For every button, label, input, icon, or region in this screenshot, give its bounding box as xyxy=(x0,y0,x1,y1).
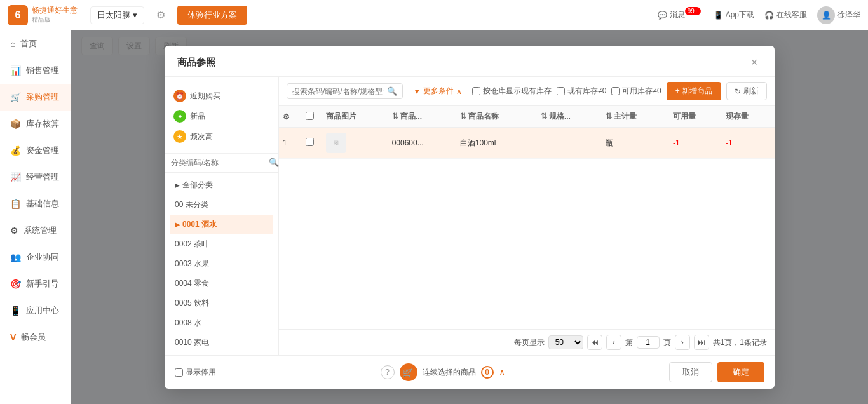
warehouse-filter[interactable]: 按仓库显示现有库存 xyxy=(472,86,552,97)
page-number-input[interactable] xyxy=(637,336,660,349)
cat-item-unclassified[interactable]: 00 未分类 xyxy=(170,195,273,215)
sidebar-item-home[interactable]: ⌂ 首页 xyxy=(0,30,71,57)
quick-filter-new[interactable]: ✦ 新品 xyxy=(171,106,272,126)
show-disabled-checkbox[interactable] xyxy=(175,368,183,377)
cat-item-appliance[interactable]: 0010 家电 xyxy=(170,333,273,349)
available-checkbox[interactable] xyxy=(557,87,565,95)
sort-icon: ⇅ xyxy=(460,112,466,121)
left-sidebar: ⌂ 首页 📊 销售管理 🛒 采购管理 📦 库存核算 💰 资金管理 📈 经营管理 … xyxy=(0,30,71,404)
online-service-btn[interactable]: 🎧 在线客服 xyxy=(764,10,807,20)
guide-icon: 🎯 xyxy=(10,279,21,289)
usable-checkbox[interactable] xyxy=(611,87,620,95)
sidebar-item-finance[interactable]: 💰 资金管理 xyxy=(0,137,71,164)
content-area: 查询 设置 刷新 商品参照 × xyxy=(71,30,868,404)
chevron-down-icon: ▾ xyxy=(133,10,137,20)
sidebar-item-enterprise[interactable]: 👥 企业协同 xyxy=(0,244,71,271)
quick-filter-recent[interactable]: ⏰ 近期购买 xyxy=(171,86,272,106)
warehouse-checkbox[interactable] xyxy=(472,87,480,95)
per-page-label: 每页显示 xyxy=(514,337,545,348)
settings-icon[interactable]: ⚙ xyxy=(283,112,290,121)
usable-filter[interactable]: 可用库存≠0 xyxy=(611,86,661,97)
refresh-btn[interactable]: ↻ 刷新 xyxy=(726,82,767,100)
sidebar-item-system[interactable]: ⚙ 系统管理 xyxy=(0,217,71,244)
quick-filter-freq[interactable]: ★ 频次高 xyxy=(171,126,272,147)
cell-image: 图 xyxy=(322,128,388,159)
cat-item-snack[interactable]: 0004 零食 xyxy=(170,274,273,293)
table-row[interactable]: 1 图 xyxy=(279,128,775,159)
cat-item-fruit[interactable]: 0003 水果 xyxy=(170,254,273,274)
sidebar-item-label: 新手引导 xyxy=(26,278,59,290)
add-product-btn[interactable]: + 新增商品 xyxy=(667,82,721,100)
sidebar-item-guide[interactable]: 🎯 新手引导 xyxy=(0,271,71,297)
sidebar-item-label: 畅会员 xyxy=(21,332,46,343)
th-spec: ⇅ 规格... xyxy=(537,106,602,128)
refresh-icon: ↻ xyxy=(735,87,741,96)
user-profile[interactable]: 👤 徐泽华 xyxy=(817,6,860,24)
purchase-icon: 🛒 xyxy=(10,92,21,102)
expand-arrow: ▶ xyxy=(175,221,180,228)
th-stock: 现存量 xyxy=(722,106,775,128)
collapse-btn[interactable]: ∧ xyxy=(499,367,505,377)
freq-icon: ★ xyxy=(173,130,186,143)
search-icon[interactable]: 🔍 xyxy=(387,86,397,96)
cat-label: 0005 饮料 xyxy=(175,298,209,309)
sidebar-item-label: 基础信息 xyxy=(26,198,59,210)
available-filter[interactable]: 现有库存≠0 xyxy=(557,86,606,97)
cat-item-water[interactable]: 0008 水 xyxy=(170,313,273,333)
avatar: 👤 xyxy=(817,6,835,24)
main-layout: ⌂ 首页 📊 销售管理 🛒 采购管理 📦 库存核算 💰 资金管理 📈 经营管理 … xyxy=(0,30,868,404)
row-checkbox[interactable] xyxy=(306,138,314,146)
category-search-input[interactable] xyxy=(171,158,266,167)
more-filter-btn[interactable]: ▼ 更多条件 ∧ xyxy=(408,83,467,99)
cat-item-beverage[interactable]: 0005 饮料 xyxy=(170,293,273,313)
cell-available: -1 xyxy=(669,128,722,159)
product-search-input[interactable] xyxy=(292,87,384,96)
modal-overlay: 商品参照 × ⏰ 近期购买 ✦ xyxy=(71,30,868,404)
sidebar-item-management[interactable]: 📈 经营管理 xyxy=(0,164,71,191)
sidebar-item-label: 系统管理 xyxy=(24,225,57,236)
sidebar-item-purchase[interactable]: 🛒 采购管理 xyxy=(0,84,71,111)
per-page-select[interactable]: 50 10 20 100 xyxy=(548,335,583,349)
cat-label: 0008 水 xyxy=(175,318,201,328)
cart-icon[interactable]: 🛒 xyxy=(400,363,417,381)
freq-label: 频次高 xyxy=(190,131,213,142)
store-selector[interactable]: 日太阳膜 ▾ xyxy=(90,6,144,24)
category-panel: ⏰ 近期购买 ✦ 新品 ★ 频次高 xyxy=(165,77,279,355)
cat-label: 0010 家电 xyxy=(175,337,209,348)
th-name: ⇅ 商品名称 xyxy=(456,106,537,128)
help-icon[interactable]: ? xyxy=(381,365,395,379)
top-nav: 6 畅捷通好生意 精品版 日太阳膜 ▾ ⚙ 体验行业方案 💬 消息 99+ 📱 … xyxy=(0,0,868,30)
management-icon: 📈 xyxy=(10,172,21,182)
modal-title: 商品参照 xyxy=(177,57,215,69)
cat-item-tea[interactable]: 0002 茶叶 xyxy=(170,234,273,254)
show-disabled-label[interactable]: 显示停用 xyxy=(175,367,216,378)
app-download-btn[interactable]: 📱 App下载 xyxy=(714,10,754,20)
sidebar-item-label: 应用中心 xyxy=(26,305,59,316)
product-table: ⚙ 商品图片 xyxy=(279,106,775,329)
select-all-checkbox[interactable] xyxy=(306,112,314,120)
table-body: 1 图 xyxy=(279,128,775,159)
sidebar-item-sales[interactable]: 📊 销售管理 xyxy=(0,57,71,84)
category-search-icon[interactable]: 🔍 xyxy=(269,158,279,167)
sidebar-item-member[interactable]: V 畅会员 xyxy=(0,324,71,351)
next-page-btn[interactable]: › xyxy=(675,335,690,350)
sidebar-item-basic-info[interactable]: 📋 基础信息 xyxy=(0,191,71,217)
prev-page-btn[interactable]: ‹ xyxy=(606,335,621,350)
modal-close-button[interactable]: × xyxy=(747,55,762,70)
settings-icon[interactable]: ⚙ xyxy=(151,5,171,25)
cancel-button[interactable]: 取消 xyxy=(669,362,712,382)
last-page-btn[interactable]: ⏭ xyxy=(694,335,709,350)
sidebar-item-label: 资金管理 xyxy=(26,145,59,156)
total-info: 共1页，1条记录 xyxy=(713,337,767,348)
cat-item-all[interactable]: ▶ 全部分类 xyxy=(170,175,273,195)
sidebar-item-inventory[interactable]: 📦 库存核算 xyxy=(0,111,71,137)
sidebar-item-label: 经营管理 xyxy=(26,172,59,183)
cat-item-liquor[interactable]: ▶ 0001 酒水 xyxy=(170,215,273,234)
sidebar-item-app-center[interactable]: 📱 应用中心 xyxy=(0,297,71,324)
first-page-btn[interactable]: ⏮ xyxy=(587,335,602,350)
logo-text: 畅捷通好生意 xyxy=(32,6,78,15)
confirm-button[interactable]: 确定 xyxy=(717,362,764,382)
message-btn[interactable]: 💬 消息 99+ xyxy=(658,10,703,20)
cell-unit: 瓶 xyxy=(602,128,669,159)
experience-btn[interactable]: 体验行业方案 xyxy=(177,6,247,25)
